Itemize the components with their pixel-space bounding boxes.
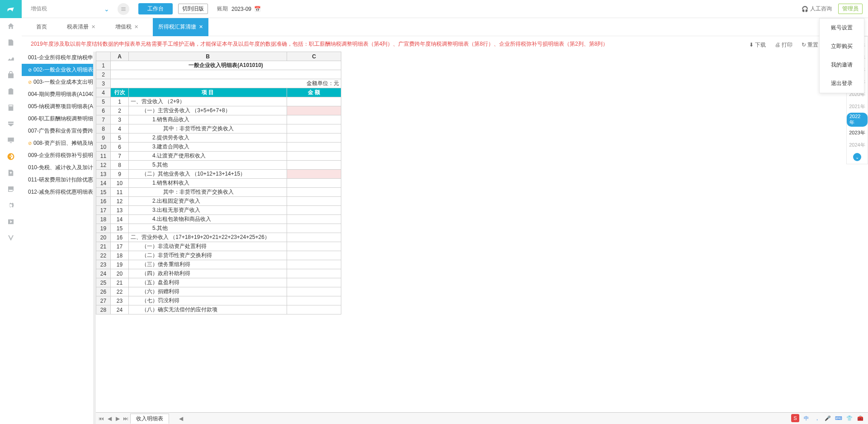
- nav-bag-icon[interactable]: [0, 67, 22, 83]
- cell-amount[interactable]: [287, 97, 341, 106]
- cell-seq[interactable]: 12: [111, 197, 129, 206]
- nav-clipboard-icon[interactable]: [0, 83, 22, 100]
- ime-skin-icon[interactable]: 👕: [845, 414, 854, 422]
- user-menu-item[interactable]: 账号设置: [820, 19, 864, 37]
- cell-item[interactable]: （三）债务重组利得: [129, 260, 287, 269]
- cell-seq[interactable]: 18: [111, 251, 129, 260]
- row-header[interactable]: 12: [96, 161, 111, 170]
- row-header[interactable]: 22: [96, 251, 111, 260]
- cell-amount[interactable]: [287, 206, 341, 215]
- nav-calc-icon[interactable]: [0, 100, 22, 116]
- sheet-nav-prev[interactable]: ◀: [106, 414, 113, 423]
- cell-seq[interactable]: 11: [111, 188, 129, 197]
- spreadsheet[interactable]: ABC1一般企业收入明细表(A101010)23金额单位：元4行次项 目金 额5…: [96, 52, 868, 412]
- cell-item[interactable]: （七）罚没利得: [129, 296, 287, 305]
- row-header[interactable]: 18: [96, 215, 111, 224]
- cell-amount[interactable]: [287, 197, 341, 206]
- row-header[interactable]: 15: [96, 188, 111, 197]
- cell-seq[interactable]: 20: [111, 269, 129, 278]
- row-header[interactable]: 7: [96, 115, 111, 124]
- period-picker[interactable]: 2023-09 📅: [231, 6, 261, 12]
- row-header[interactable]: 4: [96, 88, 111, 97]
- year-item[interactable]: 2023年: [849, 127, 865, 139]
- cell-amount[interactable]: [287, 152, 341, 161]
- cell-amount[interactable]: [287, 296, 341, 305]
- row-header[interactable]: 20: [96, 233, 111, 242]
- cell-item[interactable]: 一、营业收入 （2+9）: [129, 97, 287, 106]
- admin-button[interactable]: 管理员: [838, 4, 863, 14]
- cell-item[interactable]: （一）非流动资产处置利得: [129, 242, 287, 251]
- form-list-item[interactable]: 001-企业所得税年度纳税申...: [22, 52, 93, 64]
- sheet-tab[interactable]: 收入明细表: [130, 414, 169, 424]
- row-header[interactable]: 2: [96, 70, 111, 79]
- cell-seq[interactable]: 14: [111, 215, 129, 224]
- cell-seq[interactable]: 13: [111, 206, 129, 215]
- cell-seq[interactable]: 16: [111, 233, 129, 242]
- cell-seq[interactable]: 10: [111, 179, 129, 188]
- cell-item[interactable]: 3.建造合同收入: [129, 143, 287, 152]
- cell-amount[interactable]: [287, 106, 341, 115]
- cell-seq[interactable]: 8: [111, 161, 129, 170]
- nav-v-icon[interactable]: [0, 230, 22, 246]
- app-logo[interactable]: [0, 0, 22, 18]
- ime-lang[interactable]: 中: [802, 414, 810, 422]
- tab-3[interactable]: 所得税汇算清缴✕: [153, 18, 208, 36]
- tab-2[interactable]: 增值税✕: [110, 18, 144, 36]
- user-menu-item[interactable]: 我的邀请: [820, 56, 864, 74]
- cell-seq[interactable]: 4: [111, 124, 129, 133]
- cell-item[interactable]: 二、营业外收入 （17+18+19+20+21+22+23+24+25+26）: [129, 233, 287, 242]
- row-header[interactable]: 27: [96, 296, 111, 305]
- nav-inbox-icon[interactable]: [0, 181, 22, 197]
- ime-s-icon[interactable]: S: [791, 414, 799, 422]
- cell-seq[interactable]: 1: [111, 97, 129, 106]
- row-header[interactable]: 11: [96, 152, 111, 161]
- cell-item[interactable]: 其中：非货币性资产交换收入: [129, 188, 287, 197]
- cell-seq[interactable]: 22: [111, 287, 129, 296]
- cell-seq[interactable]: 17: [111, 242, 129, 251]
- nav-home-icon[interactable]: [0, 18, 22, 34]
- nav-chart-icon[interactable]: [0, 51, 22, 67]
- form-list-item[interactable]: ⊘003-一般企业成本支出明细...: [22, 76, 93, 88]
- cell-item[interactable]: （六）捐赠利得: [129, 287, 287, 296]
- cell-amount[interactable]: [287, 115, 341, 124]
- form-list-item[interactable]: 004-期间费用明细表(A1040...: [22, 88, 93, 100]
- row-header[interactable]: 21: [96, 242, 111, 251]
- tab-0[interactable]: 首页: [31, 18, 52, 36]
- ime-mic-icon[interactable]: 🎤: [824, 414, 832, 422]
- year-item[interactable]: 2022年: [847, 113, 868, 127]
- cell-seq[interactable]: 23: [111, 296, 129, 305]
- cell-seq[interactable]: 24: [111, 305, 129, 314]
- row-header[interactable]: 28: [96, 305, 111, 314]
- cell-amount[interactable]: [287, 215, 341, 224]
- cell-amount[interactable]: [287, 224, 341, 233]
- cell-amount[interactable]: [287, 260, 341, 269]
- form-list-item[interactable]: 007-广告费和业务宣传费跨...: [22, 125, 93, 137]
- cell-item[interactable]: （四）政府补助利得: [129, 269, 287, 278]
- cell-amount[interactable]: [287, 287, 341, 296]
- close-icon[interactable]: ✕: [199, 24, 203, 30]
- workbench-button[interactable]: 工作台: [138, 3, 173, 14]
- switch-old-button[interactable]: 切到旧版: [178, 4, 208, 14]
- ime-keyboard-icon[interactable]: ⌨: [835, 414, 843, 422]
- cell-item[interactable]: 3.出租无形资产收入: [129, 206, 287, 215]
- row-header[interactable]: 14: [96, 179, 111, 188]
- cell-amount[interactable]: [287, 233, 341, 242]
- cell-item[interactable]: 2.出租固定资产收入: [129, 197, 287, 206]
- row-header[interactable]: 23: [96, 260, 111, 269]
- nav-settings-icon[interactable]: [0, 197, 22, 214]
- cell-amount[interactable]: [287, 124, 341, 133]
- year-item[interactable]: 2024年: [849, 139, 865, 151]
- row-header[interactable]: 13: [96, 170, 111, 179]
- cell-item[interactable]: （八）确实无法偿付的应付款项: [129, 305, 287, 314]
- row-header[interactable]: 19: [96, 224, 111, 233]
- reset-button[interactable]: ↻重置: [802, 41, 818, 49]
- nav-report-icon[interactable]: [0, 148, 22, 165]
- form-list-item[interactable]: 006-职工薪酬纳税调整明细...: [22, 113, 93, 125]
- cell-amount[interactable]: [287, 269, 341, 278]
- cell-amount[interactable]: [287, 170, 341, 179]
- col-header[interactable]: A: [111, 52, 129, 61]
- cell-item[interactable]: 5.其他: [129, 161, 287, 170]
- form-list-item[interactable]: 012-减免所得税优惠明细表(...: [22, 186, 93, 198]
- cell-amount[interactable]: [287, 305, 341, 314]
- user-menu-item[interactable]: 退出登录: [820, 74, 864, 93]
